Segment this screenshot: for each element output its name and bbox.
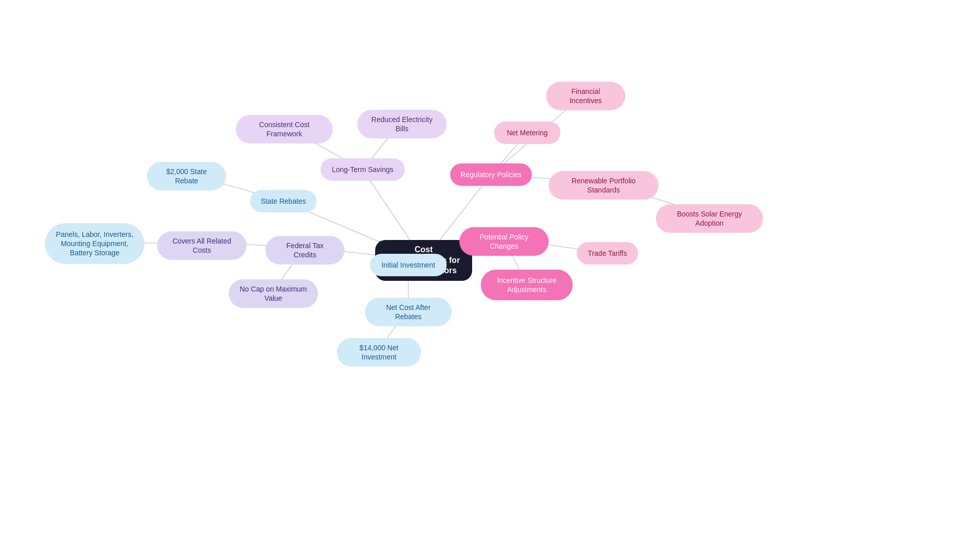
node-financial-incentives[interactable]: Financial Incentives [546, 82, 625, 110]
node-regulatory-policies[interactable]: Regulatory Policies [450, 163, 532, 186]
node-2000-state-rebate[interactable]: $2,000 State Rebate [147, 162, 226, 190]
node-federal-tax-credits[interactable]: Federal Tax Credits [265, 236, 345, 265]
node-boosts-solar-energy-adoption[interactable]: Boosts Solar Energy Adoption [656, 204, 763, 233]
node-state-rebates[interactable]: State Rebates [250, 190, 316, 212]
node-covers-all-related-costs[interactable]: Covers All Related Costs [157, 231, 247, 260]
node-panels-labor[interactable]: Panels, Labor, Inverters, Mounting Equip… [45, 223, 144, 264]
node-renewable-portfolio-standards[interactable]: Renewable Portfolio Standards [549, 171, 658, 200]
node-net-cost-after-rebates[interactable]: Net Cost After Rebates [365, 298, 452, 326]
node-trade-tariffs[interactable]: Trade Tariffs [577, 242, 638, 265]
node-initial-investment[interactable]: Initial Investment [370, 254, 447, 276]
node-no-cap-maximum[interactable]: No Cap on Maximum Value [229, 279, 318, 308]
node-14000-net-investment[interactable]: $14,000 Net Investment [337, 338, 421, 367]
node-potential-policy-changes[interactable]: Potential Policy Changes [459, 227, 549, 256]
node-long-term-savings[interactable]: Long-Term Savings [321, 158, 405, 181]
node-consistent-cost-framework[interactable]: Consistent Cost Framework [236, 115, 333, 143]
node-net-metering[interactable]: Net Metering [494, 122, 560, 144]
node-reduced-electricity-bills[interactable]: Reduced Electricity Bills [357, 110, 447, 138]
node-incentive-structure-adjustments[interactable]: Incentive Structure Adjustments [481, 270, 573, 300]
